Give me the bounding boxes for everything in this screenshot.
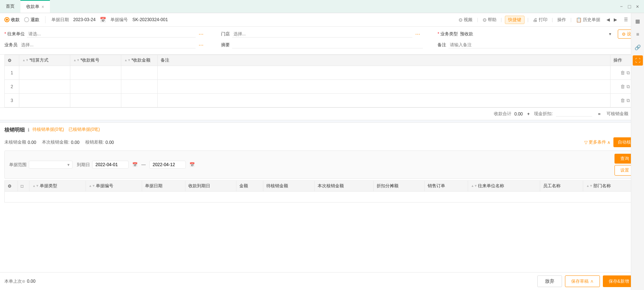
- nav-next[interactable]: ▶: [612, 16, 619, 23]
- date-from-input[interactable]: [92, 161, 129, 169]
- tab-home[interactable]: 首页: [0, 0, 20, 13]
- row-copy-3[interactable]: ⧉: [627, 98, 630, 103]
- close-button[interactable]: ×: [635, 4, 640, 9]
- row-copy-2[interactable]: ⧉: [627, 84, 630, 90]
- form-fields: 往来单位 ··· 门店 ··· 业务类型 预收款 ▼ ⚙ 设置: [0, 27, 644, 55]
- window-controls: － □ ×: [619, 4, 644, 9]
- bth-settings[interactable]: ⚙: [5, 181, 18, 192]
- vendor-more-icon[interactable]: ···: [196, 31, 206, 37]
- table-row: 3 🗑 ⧉: [5, 94, 640, 107]
- row-amount-1[interactable]: [121, 66, 158, 80]
- shortcut-btn[interactable]: 快捷键: [505, 16, 525, 24]
- summary-input[interactable]: [232, 42, 423, 48]
- row-account-1[interactable]: [70, 66, 121, 80]
- minimize-button[interactable]: －: [619, 4, 624, 9]
- calendar-to-icon[interactable]: 📅: [189, 162, 195, 167]
- row-method-2[interactable]: [19, 80, 70, 94]
- th-settings[interactable]: ⚙: [5, 55, 19, 66]
- sidebar-screen-btn[interactable]: ⛶: [633, 55, 643, 66]
- save-draft-button[interactable]: 保存草稿 ∧: [565, 275, 600, 287]
- row-delete-1[interactable]: 🗑: [620, 70, 625, 76]
- sidebar-doc-btn[interactable]: ≡: [633, 29, 643, 39]
- unchecked-value: 0.00: [28, 140, 36, 145]
- operations-btn[interactable]: 操作: [556, 16, 568, 24]
- sidebar-table-btn[interactable]: ▦: [633, 16, 643, 26]
- divider-1: [45, 16, 46, 23]
- radio-receipt-circle: [4, 17, 9, 22]
- table-row: 1 🗑 ⧉: [5, 66, 640, 80]
- print-btn[interactable]: 🖨 打印: [531, 16, 549, 24]
- tab-bar: 首页 收款单 × － □ ×: [0, 0, 644, 13]
- date-dash: —: [140, 162, 147, 167]
- bth-discount: 折扣分摊额: [373, 181, 424, 192]
- row-delete-2[interactable]: 🗑: [620, 84, 625, 90]
- row-copy-1[interactable]: ⧉: [627, 70, 630, 76]
- discard-button[interactable]: 放弃: [537, 275, 562, 287]
- tab-pending[interactable]: 待核销单据(0笔): [32, 126, 64, 133]
- help-label: 帮助: [488, 17, 496, 23]
- maximize-button[interactable]: □: [627, 4, 632, 9]
- bottom-info: 本单上次⊙ 0.00: [4, 278, 35, 285]
- filter-icon: ▽: [584, 140, 588, 145]
- video-btn[interactable]: ⊙ 视频: [457, 16, 474, 24]
- sidebar-clip-btn[interactable]: 🔗: [633, 42, 643, 52]
- video-label: 视频: [464, 17, 472, 23]
- bth-checkbox[interactable]: □: [18, 181, 30, 192]
- tab-done[interactable]: 已核销单据(0笔): [68, 126, 100, 133]
- radio-receipt[interactable]: 收款: [4, 17, 20, 23]
- net-label: 可核销金额: [606, 111, 628, 117]
- section-title: 核销明细 ℹ 待核销单据(0笔) 已核销单据(0笔): [4, 126, 640, 133]
- bottom-bar: 本单上次⊙ 0.00 放弃 保存草稿 ∧ 保存&新增 ∧: [0, 272, 644, 290]
- video-icon: ⊙: [459, 17, 463, 23]
- date-to-input[interactable]: [149, 161, 186, 169]
- bottom-table: ⚙ □ ▲▼单据类型 ▲▼单据编号 单据日期 收款到期日 金额 待核销金额 本次…: [4, 180, 640, 203]
- help-btn[interactable]: ⊙ 帮助: [481, 16, 498, 24]
- diff-label: 核销差额:: [85, 139, 104, 145]
- business-type-dropdown[interactable]: ▼: [607, 32, 613, 36]
- search-row: 单据范围 ▼ 到期日 📅 — 📅 查询 设置: [4, 150, 640, 179]
- row-remark-1[interactable]: [158, 66, 610, 80]
- note-input[interactable]: [448, 42, 640, 48]
- nav-prev[interactable]: ◀: [605, 16, 611, 23]
- more-conditions-btn[interactable]: ▽ 更多条件 ∧: [584, 139, 610, 145]
- bth-order: 销售订单: [425, 181, 468, 192]
- row-amount-2[interactable]: [121, 80, 158, 94]
- radio-refund[interactable]: 退款: [24, 17, 39, 23]
- method-sort-icon[interactable]: ▲▼: [22, 59, 29, 62]
- vendor-input[interactable]: [27, 31, 196, 38]
- history-btn[interactable]: 📋 历史单据: [574, 16, 602, 24]
- info-icon[interactable]: ℹ: [28, 127, 30, 133]
- row-remark-3[interactable]: [158, 94, 610, 107]
- store-input[interactable]: [232, 31, 412, 38]
- toolbar-right: ⊙ 视频 | ⊙ 帮助 | 快捷键 | 🖨 打印 | 操作 | 📋: [457, 15, 640, 24]
- calendar-from-icon[interactable]: 📅: [132, 162, 138, 167]
- discount-input[interactable]: [556, 111, 592, 117]
- row-amount-3[interactable]: [121, 94, 158, 107]
- chevron-icon: ∧: [607, 140, 610, 145]
- row-method-1[interactable]: [19, 66, 70, 80]
- total-label: 收款合计: [494, 111, 511, 117]
- tab-receipt[interactable]: 收款单 ×: [20, 0, 50, 13]
- amount-sort-icon[interactable]: ▲▼: [124, 59, 131, 62]
- staff-input[interactable]: [20, 42, 196, 48]
- row-method-3[interactable]: [19, 94, 70, 107]
- calendar-icon[interactable]: 📅: [100, 17, 106, 23]
- print-label: 打印: [539, 17, 547, 23]
- plus-sign: +: [526, 111, 531, 117]
- form-row-2: 业务员 ··· 摘要 备注: [4, 42, 640, 48]
- staff-more-icon[interactable]: ···: [196, 42, 206, 48]
- tab-close-icon[interactable]: ×: [42, 4, 44, 9]
- view-list[interactable]: ☰: [621, 15, 630, 24]
- range-field: 单据范围 ▼: [9, 161, 72, 169]
- row-remark-2[interactable]: [158, 80, 610, 94]
- row-account-2[interactable]: [70, 80, 121, 94]
- business-type-value: 预收款: [460, 31, 607, 37]
- range-select[interactable]: [29, 161, 72, 169]
- store-more-icon[interactable]: ···: [412, 31, 423, 37]
- print-icon: 🖨: [533, 17, 538, 23]
- receipt-table: ⚙ ▲▼ *结算方式 ▲▼ *收款账号: [4, 55, 640, 107]
- account-sort-icon[interactable]: ▲▼: [73, 59, 80, 62]
- row-delete-3[interactable]: 🗑: [620, 98, 625, 103]
- row-account-3[interactable]: [70, 94, 121, 107]
- radio-refund-label: 退款: [31, 17, 39, 23]
